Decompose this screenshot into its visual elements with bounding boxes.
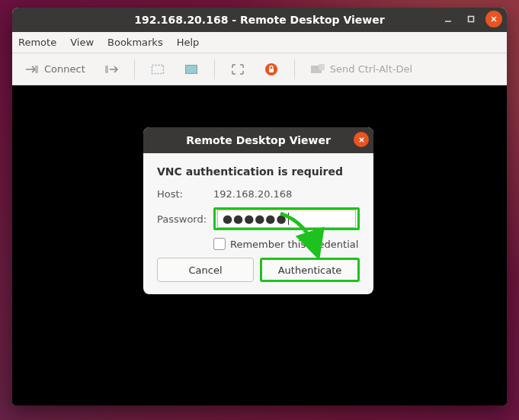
- svg-rect-4: [35, 66, 38, 73]
- lock-icon: [264, 62, 279, 77]
- disconnect-icon: [104, 62, 119, 77]
- remember-row: Remember this credential: [213, 238, 360, 250]
- password-mask: ●●●●●●: [223, 212, 287, 226]
- cancel-label: Cancel: [188, 265, 222, 276]
- password-input[interactable]: ●●●●●●: [217, 210, 356, 228]
- remember-label[interactable]: Remember this credential: [230, 239, 358, 250]
- screenshot-icon: [230, 62, 245, 77]
- dialog-close-button[interactable]: [354, 132, 369, 147]
- host-label: Host:: [157, 188, 213, 200]
- send-cad-label: Send Ctrl-Alt-Del: [330, 63, 412, 75]
- keyboard-icon: [310, 62, 325, 77]
- fullscreen-button[interactable]: [144, 59, 171, 80]
- window-close-button[interactable]: [485, 11, 502, 27]
- auth-message: VNC authentication is required: [157, 165, 360, 178]
- take-screenshot-button[interactable]: [224, 59, 251, 80]
- authenticate-button[interactable]: Authenticate: [260, 258, 360, 282]
- svg-rect-1: [469, 17, 474, 22]
- menu-remote[interactable]: Remote: [18, 37, 56, 48]
- host-row: Host: 192.168.20.168: [157, 188, 360, 200]
- auth-dialog: Remote Desktop Viewer VNC authentication…: [143, 127, 373, 294]
- text-caret: [288, 213, 289, 225]
- window-title: 192.168.20.168 - Remote Desktop Viewer: [134, 14, 384, 26]
- password-label: Password:: [157, 213, 213, 225]
- connect-label: Connect: [44, 63, 85, 75]
- menu-help[interactable]: Help: [177, 37, 200, 48]
- menu-bookmarks[interactable]: Bookmarks: [107, 37, 163, 48]
- disconnect-button[interactable]: [98, 59, 125, 80]
- svg-rect-11: [319, 64, 325, 70]
- dialog-title: Remote Desktop Viewer: [186, 134, 331, 146]
- dialog-body: VNC authentication is required Host: 192…: [143, 153, 373, 294]
- send-cad-button[interactable]: Send Ctrl-Alt-Del: [304, 59, 418, 80]
- remote-display-area: Remote Desktop Viewer VNC authentication…: [12, 85, 507, 406]
- dialog-titlebar: Remote Desktop Viewer: [143, 127, 373, 153]
- host-value: 192.168.20.168: [213, 188, 360, 200]
- remember-checkbox[interactable]: [213, 238, 226, 250]
- toolbar-separator: [214, 59, 215, 79]
- toolbar-separator: [134, 59, 135, 79]
- titlebar-controls: [440, 11, 502, 27]
- menubar: Remote View Bookmarks Help: [12, 32, 507, 53]
- scaled-icon: [184, 62, 199, 77]
- svg-rect-7: [185, 65, 197, 73]
- svg-rect-5: [105, 66, 108, 73]
- menu-view[interactable]: View: [70, 37, 94, 48]
- toolbar-separator: [294, 59, 295, 79]
- svg-rect-9: [269, 69, 274, 72]
- password-highlight: ●●●●●●: [213, 207, 360, 230]
- app-window: 192.168.20.168 - Remote Desktop Viewer R…: [12, 8, 507, 406]
- toolbar: Connect: [12, 53, 507, 85]
- connect-icon: [24, 62, 40, 77]
- window-minimize-button[interactable]: [440, 11, 457, 27]
- scaled-button[interactable]: [178, 59, 205, 80]
- svg-rect-6: [152, 65, 163, 73]
- cancel-button[interactable]: Cancel: [157, 258, 254, 282]
- view-only-button[interactable]: [258, 59, 285, 80]
- window-maximize-button[interactable]: [463, 11, 479, 27]
- password-row: Password: ●●●●●●: [157, 207, 360, 230]
- titlebar: 192.168.20.168 - Remote Desktop Viewer: [12, 8, 507, 32]
- authenticate-label: Authenticate: [278, 265, 342, 276]
- dialog-buttons: Cancel Authenticate: [157, 258, 360, 282]
- fullscreen-icon: [150, 62, 165, 77]
- connect-button[interactable]: Connect: [18, 59, 91, 80]
